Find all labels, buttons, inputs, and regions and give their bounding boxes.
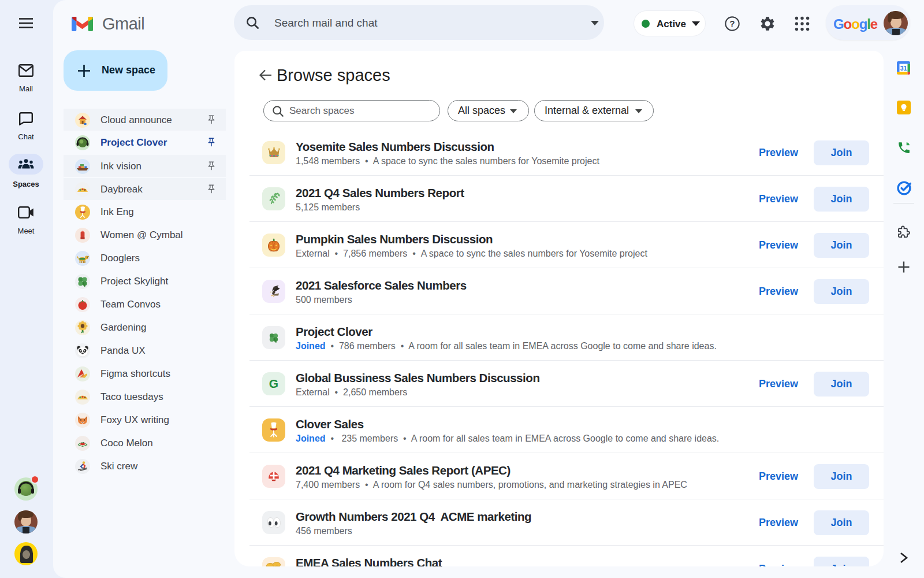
svg-text:?: ? — [729, 18, 735, 28]
svg-text:31: 31 — [900, 65, 907, 72]
